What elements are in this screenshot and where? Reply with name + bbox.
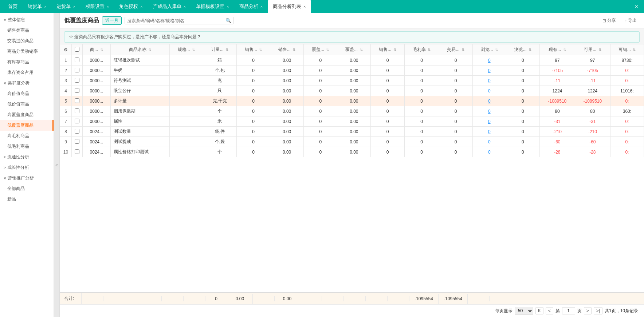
row-checkbox-input[interactable] <box>75 108 79 113</box>
col-unit[interactable]: 计量... ⇅ <box>203 44 236 55</box>
col-current[interactable]: 现有... ⇅ <box>539 44 575 55</box>
col-sales-qty[interactable]: 销售... ⇅ <box>236 44 270 55</box>
sidebar-section-marketing[interactable]: ∨ 营销推广分析 <box>0 173 54 183</box>
search-input[interactable] <box>127 18 225 23</box>
nav-production[interactable]: 产成品入库单 × <box>148 0 191 13</box>
row-checkbox[interactable] <box>72 116 83 127</box>
row-checkbox-input[interactable] <box>75 129 79 134</box>
col-checkbox-header[interactable] <box>72 44 83 55</box>
row-checkbox-input[interactable] <box>75 88 79 93</box>
col-trade[interactable]: 交易... ⇅ <box>439 44 472 55</box>
col-gear[interactable]: ⚙ <box>60 44 72 55</box>
sidebar-item-low-value[interactable]: 低价值商品 <box>0 99 54 110</box>
row-browse1[interactable]: 0 <box>472 76 506 86</box>
nav-goods-analysis[interactable]: 商品分析 × <box>234 0 268 13</box>
col-saleable[interactable]: 可销... ⇅ <box>610 44 644 55</box>
row-browse1[interactable]: 0 <box>472 106 506 116</box>
col-cover1[interactable]: 覆盖... ⇅ <box>304 44 337 55</box>
row-gear[interactable]: 8 <box>60 127 72 137</box>
col-spec[interactable]: 规格... ⇅ <box>169 44 203 55</box>
row-checkbox[interactable] <box>72 76 83 86</box>
nav-sales[interactable]: 销货单 × <box>23 0 51 13</box>
per-page-select[interactable]: 50 10 20 100 <box>515 307 533 315</box>
row-browse1[interactable]: 0 <box>472 147 506 157</box>
sidebar-item-all-goods[interactable]: 全部商品 <box>0 183 54 194</box>
col-browse1[interactable]: 浏览... ⇅ <box>472 44 506 55</box>
row-browse1[interactable]: 0 <box>472 86 506 96</box>
export-btn[interactable]: ↑ 导出 <box>622 16 640 25</box>
sidebar-item-low-coverage[interactable]: 低覆盖度商品 <box>0 120 54 131</box>
row-browse1[interactable]: 0 <box>472 96 506 106</box>
row-checkbox[interactable] <box>72 147 83 157</box>
sidebar-item-category-rate[interactable]: 商品分类动销率 <box>0 46 54 57</box>
row-checkbox[interactable] <box>72 127 83 137</box>
prev-page-btn[interactable]: < <box>546 307 553 314</box>
sidebar-item-high-value[interactable]: 高价值商品 <box>0 88 54 99</box>
nav-sales-close[interactable]: × <box>44 0 46 13</box>
sidebar-item-high-profit[interactable]: 高毛利商品 <box>0 131 54 141</box>
row-browse1[interactable]: 0 <box>472 66 506 76</box>
nav-template[interactable]: 单据模板设置 × <box>191 0 234 13</box>
sidebar-section-growth[interactable]: > 成长性分析 <box>0 162 54 173</box>
col-browse2[interactable]: 浏览... ⇅ <box>506 44 539 55</box>
row-checkbox[interactable] <box>72 55 83 66</box>
row-gear[interactable]: 3 <box>60 76 72 86</box>
nav-goods-analysis-list-close[interactable]: × <box>303 0 306 13</box>
window-close-btn[interactable]: × <box>632 3 641 10</box>
sidebar-collapse-btn[interactable]: « <box>54 13 60 317</box>
nav-template-close[interactable]: × <box>227 0 229 13</box>
sidebar-item-stock-capital[interactable]: 库存资金占用 <box>0 67 54 78</box>
nav-home[interactable]: 首页 <box>3 0 23 13</box>
sidebar-item-new-goods[interactable]: 新品 <box>0 194 54 205</box>
row-browse1[interactable]: 0 <box>472 116 506 127</box>
nav-production-close[interactable]: × <box>184 0 186 13</box>
nav-role-close[interactable]: × <box>140 0 142 13</box>
row-browse1[interactable]: 0 <box>472 55 506 66</box>
row-checkbox[interactable] <box>72 86 83 96</box>
row-browse1[interactable]: 0 <box>472 137 506 147</box>
row-gear[interactable]: 5 <box>60 96 72 106</box>
first-page-btn[interactable]: K <box>535 307 543 314</box>
nav-permission[interactable]: 权限设置 × <box>80 0 114 13</box>
row-checkbox-input[interactable] <box>75 139 79 144</box>
nav-permission-close[interactable]: × <box>107 0 109 13</box>
row-checkbox-input[interactable] <box>75 78 79 83</box>
sidebar-item-low-profit[interactable]: 低毛利商品 <box>0 141 54 152</box>
select-all-checkbox[interactable] <box>75 47 79 52</box>
col-sales-amt[interactable]: 销售... ⇅ <box>270 44 304 55</box>
row-gear[interactable]: 1 <box>60 55 72 66</box>
row-checkbox-input[interactable] <box>75 58 79 62</box>
row-checkbox[interactable] <box>72 96 83 106</box>
nav-purchase-close[interactable]: × <box>73 0 75 13</box>
nav-role[interactable]: 角色授权 × <box>114 0 148 13</box>
nav-goods-analysis-list[interactable]: 商品分析列表 × <box>268 0 311 13</box>
filter-recent-btn[interactable]: 近一月 <box>102 16 122 25</box>
last-page-btn[interactable]: >| <box>594 307 602 314</box>
row-checkbox-input[interactable] <box>75 149 79 154</box>
sidebar-section-liquidity[interactable]: > 流通性分析 <box>0 152 54 162</box>
col-name[interactable]: 商品名称 ⇅ <box>110 44 169 55</box>
row-browse1[interactable]: 0 <box>472 127 506 137</box>
row-checkbox-input[interactable] <box>75 98 79 103</box>
row-checkbox-input[interactable] <box>75 119 79 123</box>
sidebar-section-overall[interactable]: ∨ 整体信息 <box>0 15 54 25</box>
nav-goods-analysis-close[interactable]: × <box>260 0 263 13</box>
col-code[interactable]: 商... ⇅ <box>83 44 111 55</box>
col-gross-rate[interactable]: 毛利率 ⇅ <box>404 44 439 55</box>
row-checkbox[interactable] <box>72 137 83 147</box>
row-checkbox[interactable] <box>72 106 83 116</box>
row-gear[interactable]: 6 <box>60 106 72 116</box>
row-gear[interactable]: 2 <box>60 66 72 76</box>
sidebar-item-traded-goods[interactable]: 交易过的商品 <box>0 36 54 46</box>
sidebar-section-cluster[interactable]: ∨ 类群度分析 <box>0 78 54 88</box>
col-available[interactable]: 可用... ⇅ <box>575 44 610 55</box>
share-btn[interactable]: ⊡ 分享 <box>600 16 619 25</box>
nav-purchase[interactable]: 进货单 × <box>51 0 80 13</box>
page-input[interactable] <box>562 307 575 314</box>
row-gear[interactable]: 7 <box>60 116 72 127</box>
sidebar-item-high-coverage[interactable]: 高覆盖度商品 <box>0 110 54 120</box>
row-gear[interactable]: 9 <box>60 137 72 147</box>
row-gear[interactable]: 10 <box>60 147 72 157</box>
row-checkbox-input[interactable] <box>75 68 79 72</box>
sidebar-item-stocked-goods[interactable]: 有库存商品 <box>0 57 54 67</box>
